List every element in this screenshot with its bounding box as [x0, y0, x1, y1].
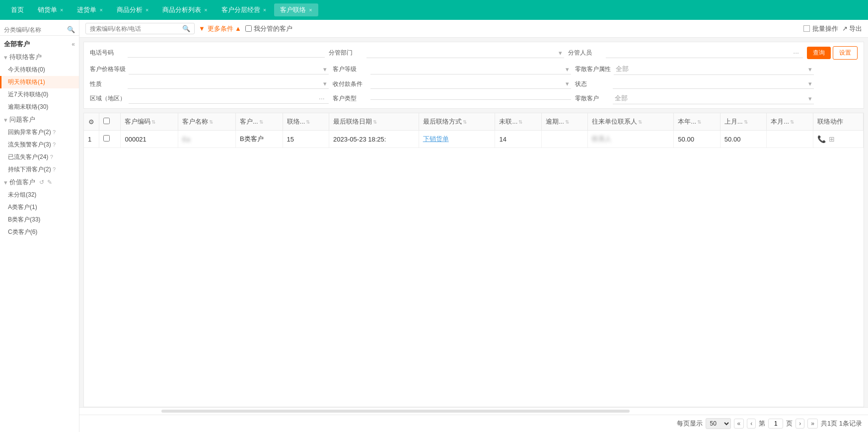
th-last-month[interactable]: 上月... ⇅: [720, 113, 767, 131]
phone-input[interactable]: [128, 48, 325, 58]
next-page-btn[interactable]: ›: [796, 419, 804, 429]
filter-row-3: 性质 ▾ 收付款条件 ▾ 状态: [90, 79, 858, 89]
customer-price-select[interactable]: ▾: [129, 65, 329, 74]
value-edit-icon[interactable]: ✎: [47, 179, 52, 186]
sidebar-a-class[interactable]: A类客户(1): [0, 201, 79, 214]
settings-btn[interactable]: 设置: [833, 46, 858, 60]
retail-customer-select[interactable]: 全部 ▾: [613, 93, 814, 104]
th-name[interactable]: 客户名称 ⇅: [178, 113, 236, 131]
prev-page-btn[interactable]: ‹: [747, 419, 756, 429]
th-this-month[interactable]: 本月... ⇅: [767, 113, 813, 131]
th-unreached[interactable]: 未联... ⇅: [495, 113, 542, 131]
sidebar-c-class[interactable]: C类客户(6): [0, 226, 79, 238]
nav-goods-analysis[interactable]: 商品分析 ×: [111, 3, 154, 16]
cell-last-method[interactable]: 下销货单: [419, 131, 495, 148]
th-last-month-sort: ⇅: [744, 119, 748, 125]
th-this-year[interactable]: 本年... ⇅: [674, 113, 721, 131]
query-btn[interactable]: 查询: [807, 47, 831, 59]
page-number-input[interactable]: [768, 419, 783, 429]
customer-level-select[interactable]: ▾: [370, 65, 572, 74]
horizontal-scrollbar[interactable]: [161, 410, 630, 413]
sidebar-abnormal-repurchase[interactable]: 回购异常客户(2) ?: [0, 126, 79, 139]
more-conditions-btn[interactable]: ▼ 更多条件 ▲: [199, 24, 241, 33]
sidebar-search-icon[interactable]: 🔍: [67, 26, 75, 33]
group-value-customers[interactable]: ▾ 价值客户 ↺ ✎: [0, 176, 79, 189]
sidebar-collapse-icon[interactable]: «: [72, 41, 75, 48]
group-problem-customers[interactable]: ▾ 问题客户: [0, 113, 79, 126]
search-box: 🔍: [85, 23, 195, 34]
nav-customer-contact-close[interactable]: ×: [309, 7, 312, 13]
sidebar-lost-customers[interactable]: 已流失客户(24) ?: [0, 151, 79, 163]
retail-attr-value: 全部: [616, 65, 629, 73]
region-dots[interactable]: ···: [317, 94, 327, 102]
nav-customer-tier-close[interactable]: ×: [263, 7, 266, 13]
nav-goods-list[interactable]: 商品分析列表 ×: [156, 3, 213, 16]
th-overdue[interactable]: 逾期... ⇅: [541, 113, 588, 131]
all-customers-section[interactable]: 全部客户 «: [0, 38, 79, 51]
sidebar-unclassified[interactable]: 未分组(32): [0, 189, 79, 201]
filter-customer-type: 客户类型: [333, 94, 572, 103]
batch-op-btn[interactable]: 批量操作: [803, 24, 838, 33]
data-table-container: ⚙ 客户编码 ⇅ 客户名称 ⇅: [83, 113, 864, 407]
filter-retail-attr: 零散客户属性 全部 ▾: [575, 64, 814, 75]
nav-customer-tier[interactable]: 客户分层经营 ×: [216, 3, 272, 16]
retail-attr-select[interactable]: 全部 ▾: [614, 64, 814, 75]
sidebar-search-input[interactable]: [4, 26, 67, 33]
gender-select[interactable]: ▾: [128, 79, 329, 89]
search-input[interactable]: [90, 25, 182, 32]
search-submit-icon[interactable]: 🔍: [182, 25, 190, 32]
cell-this-year: 50.00: [674, 131, 721, 148]
sidebar-lost-warning[interactable]: 流失预警客户(3) ?: [0, 139, 79, 151]
nav-home[interactable]: 首页: [5, 3, 30, 16]
first-page-btn[interactable]: «: [734, 419, 744, 429]
payment-select[interactable]: ▾: [370, 79, 572, 89]
th-contacts[interactable]: 联络... ⇅: [283, 113, 329, 131]
manager-dots[interactable]: ···: [791, 49, 801, 57]
cell-checkbox[interactable]: [99, 131, 121, 148]
action-grid-icon[interactable]: ⊞: [829, 135, 835, 143]
page-size-select[interactable]: 50 100: [706, 418, 731, 429]
nav-goods-list-close[interactable]: ×: [204, 7, 207, 13]
nav-customer-contact[interactable]: 客户联络 ×: [274, 3, 318, 16]
status-select[interactable]: ▾: [613, 79, 814, 89]
th-type[interactable]: 客户... ⇅: [235, 113, 283, 131]
th-unit-contact[interactable]: 往来单位联系人 ⇅: [588, 113, 674, 131]
manager-select[interactable]: ···: [606, 48, 803, 58]
th-gear[interactable]: ⚙: [84, 113, 99, 131]
region-select[interactable]: ···: [129, 93, 329, 104]
nav-purchase-close[interactable]: ×: [99, 7, 102, 13]
th-checkbox[interactable]: [99, 113, 121, 131]
row-checkbox[interactable]: [103, 135, 110, 142]
cell-action: 📞 ⊞: [813, 131, 863, 148]
group-pending-contact[interactable]: ▾ 待联络客户: [0, 51, 79, 64]
cell-name[interactable]: Ea: [178, 131, 236, 148]
sidebar-declining-customers[interactable]: 持续下滑客户(2) ?: [0, 163, 79, 176]
sidebar-week-pending[interactable]: 近7天待联络(0): [0, 88, 79, 101]
customer-type-select[interactable]: [370, 97, 572, 100]
value-refresh-icon[interactable]: ↺: [39, 179, 44, 186]
th-last-date[interactable]: 最后联络日期 ⇅: [329, 113, 419, 131]
nav-customer-contact-label: 客户联络: [280, 5, 306, 14]
dept-select[interactable]: ▾: [366, 48, 564, 58]
gender-chev: ▾: [323, 80, 327, 87]
sidebar-today-pending[interactable]: 今天待联络(0): [0, 64, 79, 76]
export-label: 导出: [849, 24, 862, 33]
nav-purchase[interactable]: 进货单 ×: [71, 3, 108, 16]
export-btn[interactable]: ↗ 导出: [842, 24, 862, 33]
last-method-link[interactable]: 下销货单: [423, 135, 449, 143]
sidebar-b-class[interactable]: B类客户(33): [0, 214, 79, 226]
my-customers-checkbox[interactable]: [245, 25, 252, 32]
sidebar-overdue-pending[interactable]: 逾期未联络(30): [0, 101, 79, 113]
action-phone-icon[interactable]: 📞: [817, 135, 826, 143]
th-action-label: 联络动作: [817, 118, 843, 125]
sidebar-tomorrow-pending[interactable]: 明天待联络(1): [0, 76, 79, 88]
th-code[interactable]: 客户编码 ⇅: [121, 113, 178, 131]
nav-sales-close[interactable]: ×: [60, 7, 63, 13]
contacts-person-blurred: 联系人: [592, 135, 611, 144]
cell-overdue: [541, 131, 588, 148]
nav-sales[interactable]: 销货单 ×: [32, 3, 69, 16]
select-all-checkbox[interactable]: [103, 118, 110, 124]
last-page-btn[interactable]: »: [807, 419, 818, 429]
nav-goods-analysis-close[interactable]: ×: [145, 7, 148, 13]
th-last-method[interactable]: 最后联络方式 ⇅: [419, 113, 495, 131]
